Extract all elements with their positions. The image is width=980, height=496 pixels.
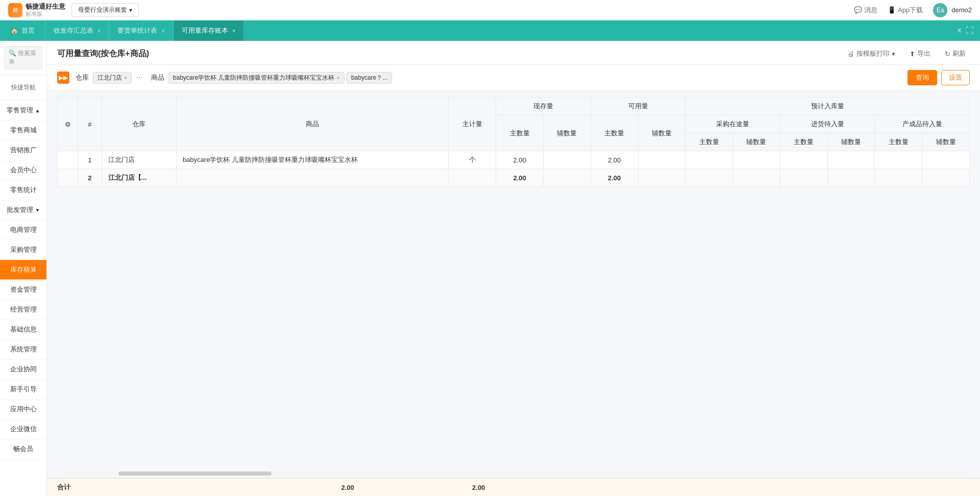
warehouse-filter-group: 仓库 江北门店 × ··· [76,72,145,84]
scrollbar-thumb[interactable] [118,471,272,476]
available-header: 可用量 [591,98,685,115]
app-logo-icon: 好 [8,3,22,17]
row-current-main: 2.00 [496,151,544,169]
export-button[interactable]: ⬆ 导出 [905,47,935,60]
tab-receipts[interactable]: 收发存汇总表 × [45,20,109,41]
data-table: ⚙ # 仓库 商品 主计量 现存量 可用量 预计入库量 主数量 辅数量 主数量 … [57,97,970,187]
remove-warehouse-tag-icon[interactable]: × [124,75,127,81]
close-all-icon[interactable]: × [957,26,962,35]
warehouse-column-header: 仓库 [102,98,176,151]
footer-avail-aux [511,484,577,491]
expand-arrow-icon: ▲ [35,108,40,113]
refresh-button[interactable]: ↻ 刷新 [941,47,970,60]
incoming-header: 进货待入量 [780,115,875,133]
sidebar-item-enterprise[interactable]: 企业协同 [0,360,46,380]
page-actions: 🖨 按模板打印 ▾ ⬆ 导出 ↻ 刷新 [844,47,970,60]
chevron-down-icon: ▾ [129,7,132,14]
row-purchase-main [685,151,733,169]
sidebar-item-retail-stats[interactable]: 零售统计 [0,180,46,200]
current-main-header: 主数量 [496,115,544,151]
sidebar-item-marketing[interactable]: 营销推广 [0,140,46,160]
row-avail-main: 2.00 [591,169,638,187]
footer-current-main: 2.00 [315,484,380,491]
sidebar-item-system[interactable]: 系统管理 [0,340,46,360]
row-gear[interactable] [58,151,78,169]
sidebar-item-purchase[interactable]: 采购管理 [0,240,46,260]
gear-column-header[interactable]: ⚙ [58,98,78,151]
print-button[interactable]: 🖨 按模板打印 ▾ [844,47,899,60]
purchase-aux-header: 辅数量 [733,133,780,151]
message-button[interactable]: 💬 消息 [854,6,877,15]
query-button[interactable]: 查询 [908,70,937,85]
sidebar-item-wholesale-mgmt[interactable]: 批发管理 ▼ [0,200,46,220]
footer-spacer [118,484,315,491]
product-tag-2[interactable]: babycare？... [347,72,392,84]
setting-button[interactable]: 设置 [941,70,970,85]
sidebar-item-finance[interactable]: 资金管理 [0,280,46,300]
avatar: Ea [933,3,947,17]
tab-requisition[interactable]: 要货单统计表 × [109,20,173,41]
search-menu-button[interactable]: 🔍 搜索菜单 [4,46,42,69]
filter-toggle-button[interactable]: ▶▶ [57,72,69,84]
sidebar: 🔍 搜索菜单 快捷导航 零售管理 ▲ 零售商城 营销推广 会员中心 零售统计 批 [0,41,47,496]
close-icon[interactable]: × [161,28,164,34]
sidebar-item-wechat[interactable]: 企业微信 [0,419,46,439]
current-stock-header: 现存量 [496,98,591,115]
row-incoming-main [780,151,827,169]
industry-selector[interactable]: 母婴行业演示账套 ▾ [71,3,139,17]
sidebar-item-base-info[interactable]: 基础信息 [0,320,46,340]
row-purchase-main [685,169,733,187]
refresh-icon: ↻ [945,50,950,58]
horizontal-scrollbar[interactable] [57,471,970,476]
footer-incoming-aux [773,484,839,491]
top-bar-right: 💬 消息 📱 App下载 Ea demo2 [854,3,972,17]
print-icon: 🖨 [848,50,854,58]
main-wrapper: 🔍 搜索菜单 快捷导航 零售管理 ▲ 零售商城 营销推广 会员中心 零售统计 批 [0,41,980,496]
download-icon: 📱 [888,6,896,14]
sidebar-item-newbie[interactable]: 新手引导 [0,380,46,399]
footer-purchase-aux [642,484,707,491]
chevron-down-icon: ▾ [892,50,895,58]
sidebar-item-app-center[interactable]: 应用中心 [0,399,46,419]
unit-column-header: 主计量 [449,98,496,151]
row-index: 1 [78,151,102,169]
close-icon[interactable]: × [97,28,101,34]
purchase-transit-header: 采购在途量 [685,115,780,133]
warehouse-label: 仓库 [76,73,89,82]
sidebar-item-retail-mgmt[interactable]: 零售管理 ▲ [0,101,46,121]
row-current-main: 2.00 [496,169,544,187]
production-main-header: 主数量 [875,133,922,151]
footer-production-main [839,484,904,491]
page-title: 可用量查询(按仓库+商品) [57,49,149,59]
remove-product-tag1-icon[interactable]: × [336,75,339,81]
tab-home[interactable]: 🏠 首页 [0,20,45,41]
sidebar-search-area: 🔍 搜索菜单 [0,41,46,75]
fullscreen-icon[interactable]: ⛶ [966,26,974,35]
filter-area: ▶▶ 仓库 江北门店 × ··· 商品 babycare学饮杯 儿童防摔防撞吸管… [47,65,980,91]
row-production-aux [922,169,970,187]
app-download-button[interactable]: 📱 App下载 [888,6,923,15]
sidebar-item-member[interactable]: 会员中心 [0,160,46,180]
user-area[interactable]: Ea demo2 [933,3,972,17]
sidebar-item-vip[interactable]: 畅会员 [0,439,46,459]
warehouse-more-icon[interactable]: ··· [134,73,144,82]
filter-action-buttons: 查询 设置 [908,70,970,85]
row-production-aux [922,151,970,169]
page-header: 可用量查询(按仓库+商品) 🖨 按模板打印 ▾ ⬆ 导出 ↻ 刷新 [47,41,980,65]
row-gear[interactable] [58,169,78,187]
sidebar-item-inventory[interactable]: 库存核算 [0,260,46,280]
close-icon[interactable]: × [232,28,235,34]
sidebar-item-retail-mall[interactable]: 零售商城 [0,121,46,140]
footer-production-aux [904,484,970,491]
row-incoming-aux [827,151,875,169]
sidebar-item-operations[interactable]: 经营管理 [0,300,46,320]
sidebar-item-ecommerce[interactable]: 电商管理 [0,220,46,240]
product-tag-1[interactable]: babycare学饮杯 儿童防摔防撞吸管杯重力球吸嘴杯宝宝水杯 × [168,72,345,84]
warehouse-tag[interactable]: 江北门店 × [93,72,132,84]
sidebar-item-quick-nav[interactable]: 快捷导航 [0,79,46,96]
tab-available[interactable]: 可用量库存账本 × [174,20,244,41]
row-incoming-main [780,169,827,187]
table-footer: 合计 2.00 2.00 [47,478,980,496]
row-production-main [875,151,922,169]
sidebar-nav: 快捷导航 [0,75,46,101]
